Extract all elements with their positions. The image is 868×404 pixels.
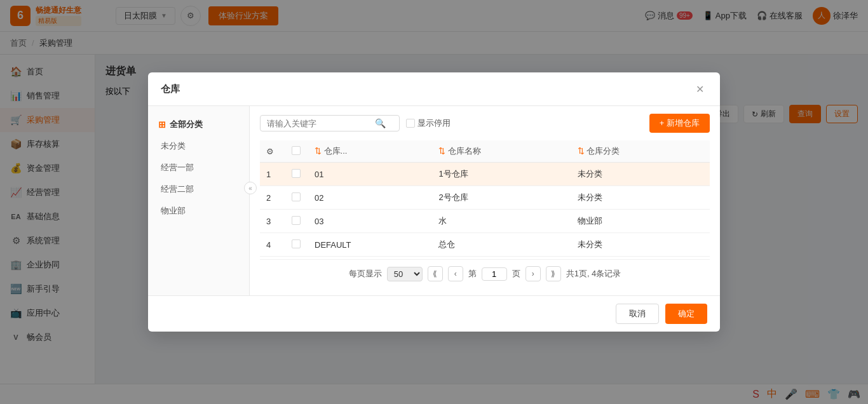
table-header: ⚙ ⇅ 仓库... ⇅ (260, 140, 710, 163)
row-name: 2号仓库 (432, 186, 571, 210)
category-sort-icon: ⇅ (578, 146, 585, 156)
row-checkbox[interactable] (285, 210, 308, 233)
prev-page-button[interactable]: ‹ (448, 266, 463, 281)
row-code: 01 (308, 163, 432, 186)
row-num: 2 (260, 186, 285, 210)
select-all-checkbox[interactable] (292, 146, 301, 155)
row-category: 未分类 (571, 233, 710, 257)
search-input[interactable] (267, 119, 375, 128)
row-category: 未分类 (571, 163, 710, 186)
row-code: DEFAULT (308, 233, 432, 257)
modal-footer: 取消 确定 (148, 295, 720, 332)
category-unclassified[interactable]: 未分类 (148, 135, 249, 157)
modal-category-panel: ⊞ 全部分类 未分类 经营一部 经营二部 物业部 « (148, 106, 250, 295)
table-container: ⚙ ⇅ 仓库... ⇅ (260, 140, 710, 257)
th-code: ⇅ 仓库... (308, 140, 432, 163)
col-settings-icon: ⚙ (266, 147, 274, 156)
page-unit: 页 (512, 268, 520, 279)
th-category: ⇅ 仓库分类 (571, 140, 710, 163)
category-property[interactable]: 物业部 (148, 200, 249, 222)
chevron-left-icon: « (248, 185, 252, 192)
modal-title: 仓库 (161, 83, 180, 95)
row-name: 水 (432, 210, 571, 233)
row-name: 1号仓库 (432, 163, 571, 186)
page-label: 第 (468, 268, 477, 279)
row-code: 02 (308, 186, 432, 210)
row-category: 物业部 (571, 210, 710, 233)
add-warehouse-button[interactable]: + 新增仓库 (649, 114, 710, 133)
table-row[interactable]: 3 03 水 物业部 (260, 210, 710, 233)
sort-icon: ⇅ (315, 146, 322, 156)
table-row[interactable]: 2 02 2号仓库 未分类 (260, 186, 710, 210)
warehouse-modal: 仓库 ✕ ⊞ 全部分类 未分类 经营一部 经营二部 物业部 « (148, 72, 720, 332)
table-body: 1 01 1号仓库 未分类 2 02 2号仓库 (260, 163, 710, 257)
cancel-button[interactable]: 取消 (616, 304, 659, 324)
table-row[interactable]: 1 01 1号仓库 未分类 (260, 163, 710, 186)
search-icon[interactable]: 🔍 (375, 118, 386, 128)
show-disabled-toggle[interactable]: 显示停用 (406, 118, 451, 129)
row-checkbox[interactable] (285, 233, 308, 257)
row-name: 总仓 (432, 233, 571, 257)
row-code: 03 (308, 210, 432, 233)
name-sort-icon: ⇅ (438, 146, 445, 156)
row-category: 未分类 (571, 186, 710, 210)
modal-header: 仓库 ✕ (148, 72, 720, 106)
table-row[interactable]: 4 DEFAULT 总仓 未分类 (260, 233, 710, 257)
category-operation2[interactable]: 经营二部 (148, 178, 249, 200)
first-page-button[interactable]: ⟪ (428, 266, 443, 281)
total-label: 共1页, 4条记录 (566, 268, 621, 279)
show-disabled-checkbox[interactable] (406, 119, 415, 128)
next-page-button[interactable]: › (526, 266, 541, 281)
modal-body: ⊞ 全部分类 未分类 经营一部 经营二部 物业部 « 🔍 (148, 106, 720, 295)
confirm-button[interactable]: 确定 (665, 304, 707, 324)
modal-table-panel: 🔍 显示停用 + 新增仓库 ⚙ (250, 106, 720, 295)
category-operation1[interactable]: 经营一部 (148, 157, 249, 178)
modal-pagination: 每页显示 50 10 20 100 ⟪ ‹ 第 页 › ⟫ 共1页, 4条记录 (260, 259, 710, 288)
row-num: 4 (260, 233, 285, 257)
per-page-label: 每页显示 (349, 268, 382, 279)
show-disabled-label: 显示停用 (417, 118, 451, 129)
row-checkbox[interactable] (285, 163, 308, 186)
grid-icon: ⊞ (158, 119, 166, 130)
warehouse-table: ⚙ ⇅ 仓库... ⇅ (260, 140, 710, 257)
modal-close-button[interactable]: ✕ (692, 81, 707, 97)
row-num: 1 (260, 163, 285, 186)
all-category-label: 全部分类 (170, 119, 203, 130)
modal-search-bar: 🔍 显示停用 + 新增仓库 (260, 114, 710, 133)
th-checkbox (285, 140, 308, 163)
modal-overlay[interactable]: 仓库 ✕ ⊞ 全部分类 未分类 经营一部 经营二部 物业部 « (0, 0, 868, 404)
th-name: ⇅ 仓库名称 (432, 140, 571, 163)
row-checkbox[interactable] (285, 186, 308, 210)
page-size-select[interactable]: 50 10 20 100 (387, 267, 423, 281)
all-category-header[interactable]: ⊞ 全部分类 (148, 114, 249, 135)
search-input-wrap: 🔍 (260, 115, 400, 131)
row-num: 3 (260, 210, 285, 233)
page-number-input[interactable] (482, 267, 507, 281)
th-settings: ⚙ (260, 140, 285, 163)
last-page-button[interactable]: ⟫ (546, 266, 561, 281)
